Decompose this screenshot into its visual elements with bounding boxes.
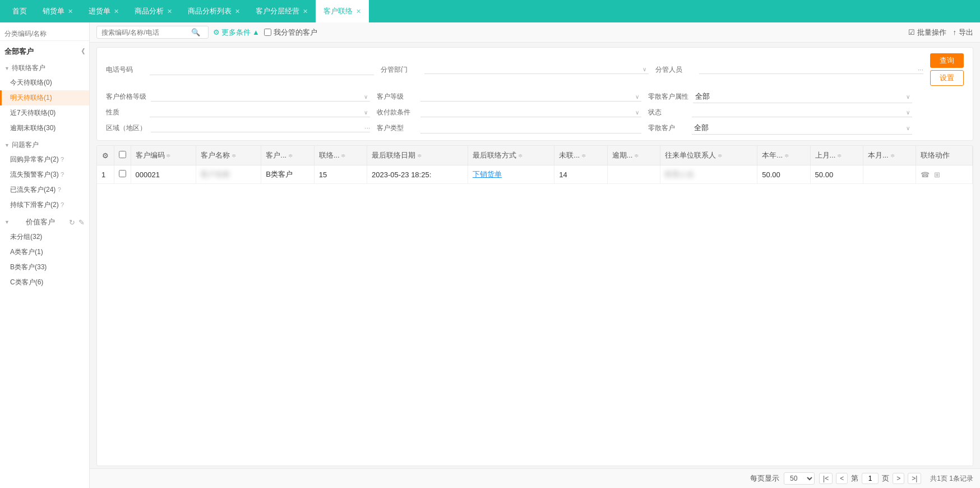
sidebar-item-c-class[interactable]: C类客户(6) (0, 275, 89, 290)
row-contact-count: 15 (314, 165, 367, 184)
nav-home[interactable]: 首页 (4, 0, 35, 22)
sparse-attr-select[interactable]: 全部 ∨ (693, 90, 912, 103)
select-all-checkbox[interactable] (119, 151, 126, 158)
reset-button[interactable]: 设置 (930, 70, 964, 86)
sidebar-item-churned[interactable]: 已流失客户(24) ? (0, 182, 89, 197)
row-last-date: 2023-05-23 18:25: (367, 165, 468, 184)
close-purchase-icon[interactable]: ✕ (114, 8, 119, 15)
customer-type-input[interactable] (420, 123, 641, 133)
status-chevron-icon: ∨ (906, 109, 910, 116)
sidebar-collapse-icon[interactable]: 《 (78, 47, 85, 57)
filter-row-2: 客户价格等级 ∨ 客户等级 ∨ 零散客户属性 全部 (106, 90, 964, 103)
sidebar-group-problem[interactable]: 问题客户 (0, 138, 89, 152)
page-input[interactable] (862, 473, 879, 484)
last-page-btn[interactable]: >| (908, 473, 921, 484)
close-product-list-icon[interactable]: ✕ (235, 8, 240, 15)
th-gear[interactable]: ⚙ (97, 146, 114, 165)
sidebar-item-ungrouped[interactable]: 未分组(32) (0, 229, 89, 245)
th-check[interactable] (114, 146, 131, 165)
nav-product-analysis[interactable]: 商品分析 ✕ (127, 0, 180, 22)
sidebar-item-a-class[interactable]: A类客户(1) (0, 245, 89, 260)
batch-operation-btn[interactable]: ☑ 批量操作 (908, 27, 946, 38)
sidebar-item-today[interactable]: 今天待联络(0) (0, 75, 89, 90)
filter-sparse-attr: 零散客户属性 全部 ∨ (648, 90, 912, 103)
manager-more-icon[interactable]: ··· (918, 66, 923, 73)
my-customers-checkbox[interactable] (264, 29, 271, 36)
sidebar-item-overdue[interactable]: 逾期未联络(30) (0, 121, 89, 136)
sparse-customer-select[interactable]: 全部 ∨ (692, 122, 912, 135)
sidebar-group-value[interactable]: 价值客户 ↻ ✎ (0, 215, 89, 229)
th-last-month[interactable]: 上月... (810, 146, 863, 165)
sidebar-item-7days[interactable]: 近7天待联络(0) (0, 105, 89, 121)
export-btn[interactable]: ↑ 导出 (953, 27, 974, 38)
filter-actions: 查询 设置 (930, 53, 964, 86)
search-icon[interactable]: 🔍 (191, 28, 200, 36)
price-level-select[interactable]: ∨ (151, 93, 370, 102)
nav-purchase[interactable]: 进货单 ✕ (81, 0, 127, 22)
row-contact-person: 联系人名 (660, 165, 757, 184)
row-check[interactable] (114, 165, 131, 184)
close-product-analysis-icon[interactable]: ✕ (167, 8, 172, 15)
th-customer-code[interactable]: 客户编码 (131, 146, 196, 165)
close-sales-icon[interactable]: ✕ (68, 8, 73, 15)
table-row: 1 000021 客户名称 B类客户 15 2023-05-23 18:25: … (97, 165, 973, 184)
filter-row-1: 电话号码 分管部门 ∨ 分管人员 ··· 查询 (106, 53, 964, 86)
value-group-edit-icon[interactable]: ✎ (78, 218, 85, 227)
sidebar-group-pending[interactable]: 待联络客户 (0, 61, 89, 75)
payment-select[interactable]: ∨ (420, 108, 641, 117)
th-this-year[interactable]: 本年... (757, 146, 810, 165)
sidebar-item-b-class[interactable]: B类客户(33) (0, 260, 89, 275)
status-select[interactable]: ∨ (692, 108, 912, 117)
sidebar-search-input[interactable] (4, 30, 89, 38)
sparse-customer-chevron-icon: ∨ (906, 125, 910, 131)
th-last-method[interactable]: 最后联络方式 (468, 146, 554, 165)
value-group-refresh-icon[interactable]: ↻ (69, 218, 75, 227)
sidebar-all-customers[interactable]: 全部客户 《 (0, 43, 89, 59)
filter-panel: 电话号码 分管部门 ∨ 分管人员 ··· 查询 (96, 47, 973, 141)
sidebar-item-churn-warning[interactable]: 流失预警客户(3) ? (0, 167, 89, 182)
prev-page-btn[interactable]: < (836, 473, 848, 484)
close-customer-contact-icon[interactable]: ✕ (356, 8, 361, 15)
sidebar-item-declining[interactable]: 持续下滑客户(2) ? (0, 197, 89, 213)
grid-icon[interactable]: ⊞ (934, 171, 940, 179)
total-info: 共1页 1条记录 (930, 474, 973, 484)
nature-select[interactable]: ∨ (150, 108, 370, 117)
customer-level-select[interactable]: ∨ (420, 93, 641, 102)
th-contact-count[interactable]: 联络... (314, 146, 367, 165)
th-customer-type[interactable]: 客户... (261, 146, 314, 165)
row-action: ☎ ⊞ (916, 165, 973, 184)
export-icon: ↑ (953, 28, 957, 36)
search-input[interactable] (101, 29, 191, 36)
th-contact-person[interactable]: 往来单位联系人 (660, 146, 757, 165)
sidebar-item-tomorrow[interactable]: 明天待联络(1) (0, 90, 89, 105)
row-type: B类客户 (261, 165, 314, 184)
filter-phone: 电话号码 (106, 65, 374, 75)
th-uncontacted[interactable]: 未联... (554, 146, 607, 165)
th-last-date[interactable]: 最后联络日期 (367, 146, 468, 165)
page-size-select[interactable]: 50 100 200 (784, 472, 815, 485)
filter-customer-type: 客户类型 (377, 123, 641, 133)
nav-customer-contact[interactable]: 客户联络 ✕ (316, 0, 369, 22)
row-last-method[interactable]: 下销货单 (468, 165, 554, 184)
row-checkbox[interactable] (119, 170, 126, 177)
region-more-icon[interactable]: ··· (364, 124, 370, 132)
th-customer-name[interactable]: 客户名称 (196, 146, 261, 165)
phone-input[interactable] (150, 65, 374, 75)
contact-icon[interactable]: ☎ (921, 171, 930, 179)
data-table-container: ⚙ 客户编码 客户名称 客户... 联络... 最后联络日期 最后联络方式 未联… (96, 145, 973, 466)
th-this-month[interactable]: 本月... (863, 146, 916, 165)
my-customers-filter[interactable]: 我分管的客户 (264, 27, 317, 38)
filter-nature: 性质 ∨ (106, 108, 370, 117)
sidebar-item-repurchase-anomaly[interactable]: 回购异常客户(2) ? (0, 152, 89, 167)
dept-select[interactable]: ∨ (424, 65, 649, 74)
nav-customer-layer[interactable]: 客户分层经营 ✕ (248, 0, 316, 22)
nav-sales[interactable]: 销货单 ✕ (35, 0, 81, 22)
close-customer-layer-icon[interactable]: ✕ (303, 8, 308, 15)
row-index: 1 (97, 165, 114, 184)
next-page-btn[interactable]: > (893, 473, 904, 484)
nav-product-analysis-list[interactable]: 商品分析列表 ✕ (180, 0, 248, 22)
more-conditions-btn[interactable]: ⚙ 更多条件 ▲ (213, 27, 260, 38)
th-overdue[interactable]: 逾期... (607, 146, 660, 165)
query-button[interactable]: 查询 (930, 53, 964, 68)
first-page-btn[interactable]: |< (819, 473, 833, 484)
